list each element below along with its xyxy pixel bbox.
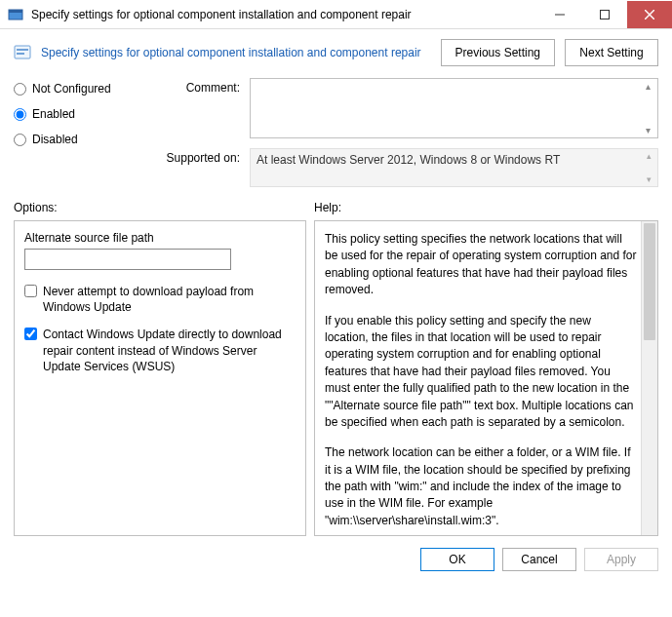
checkbox-contact-wu-input[interactable] — [24, 328, 37, 340]
alternate-path-label: Alternate source file path — [24, 231, 296, 245]
radio-label: Not Configured — [32, 82, 111, 96]
policy-icon — [14, 44, 31, 61]
radio-not-configured-input[interactable] — [14, 83, 26, 96]
config-row: Not Configured Enabled Disabled Comment:… — [0, 74, 672, 187]
checkbox-never-download-input[interactable] — [24, 285, 37, 297]
panels: Alternate source file path Never attempt… — [0, 220, 672, 536]
radio-not-configured[interactable]: Not Configured — [14, 82, 140, 96]
checkbox-label: Never attempt to download payload from W… — [43, 284, 296, 315]
svg-rect-8 — [17, 53, 24, 55]
options-panel: Alternate source file path Never attempt… — [14, 220, 306, 536]
radio-label: Disabled — [32, 133, 78, 146]
ok-button[interactable]: OK — [420, 548, 494, 571]
previous-setting-button[interactable]: Previous Setting — [441, 39, 555, 66]
radio-enabled[interactable]: Enabled — [14, 107, 140, 121]
dialog-footer: OK Cancel Apply — [0, 536, 672, 583]
apply-button[interactable]: Apply — [584, 548, 658, 571]
next-setting-button[interactable]: Next Setting — [565, 39, 658, 66]
scrollbar[interactable]: ▴▾ — [640, 81, 655, 135]
section-labels: Options: Help: — [0, 187, 672, 220]
help-paragraph: This policy setting specifies the networ… — [325, 231, 637, 299]
scrollbar: ▴▾ — [642, 151, 655, 184]
checkbox-label: Contact Windows Update directly to downl… — [43, 327, 296, 374]
alternate-path-input[interactable] — [24, 249, 231, 270]
checkbox-contact-wu[interactable]: Contact Windows Update directly to downl… — [24, 327, 296, 374]
header-row: Specify settings for optional component … — [0, 29, 672, 74]
window-title: Specify settings for optional component … — [31, 8, 537, 21]
help-section-label: Help: — [314, 201, 341, 214]
svg-rect-1 — [9, 10, 22, 13]
state-radio-group: Not Configured Enabled Disabled — [14, 78, 140, 187]
help-text: This policy setting specifies the networ… — [315, 221, 641, 535]
app-icon — [8, 7, 23, 22]
svg-rect-3 — [601, 10, 610, 19]
title-bar: Specify settings for optional component … — [0, 0, 672, 29]
policy-title: Specify settings for optional component … — [41, 46, 431, 59]
radio-label: Enabled — [32, 107, 75, 121]
comment-label: Comment: — [160, 78, 240, 138]
comment-textarea[interactable]: ▴▾ — [250, 78, 658, 138]
help-panel: This policy setting specifies the networ… — [314, 220, 658, 536]
cancel-button[interactable]: Cancel — [502, 548, 576, 571]
help-paragraph: The network location can be either a fol… — [325, 444, 637, 529]
help-scrollbar[interactable] — [641, 221, 657, 535]
minimize-button[interactable] — [537, 1, 582, 28]
radio-enabled-input[interactable] — [14, 108, 26, 121]
radio-disabled-input[interactable] — [14, 134, 26, 146]
supported-on-value: At least Windows Server 2012, Windows 8 … — [257, 153, 560, 167]
radio-disabled[interactable]: Disabled — [14, 133, 140, 146]
supported-on-label: Supported on: — [160, 148, 240, 187]
close-button[interactable] — [627, 1, 672, 28]
options-section-label: Options: — [14, 201, 314, 214]
supported-on-field: At least Windows Server 2012, Windows 8 … — [250, 148, 658, 187]
scrollbar-thumb[interactable] — [644, 223, 655, 340]
maximize-button[interactable] — [582, 1, 627, 28]
svg-rect-6 — [15, 46, 30, 58]
checkbox-never-download[interactable]: Never attempt to download payload from W… — [24, 284, 296, 315]
svg-rect-7 — [17, 49, 28, 51]
help-paragraph: If you enable this policy setting and sp… — [325, 313, 637, 432]
